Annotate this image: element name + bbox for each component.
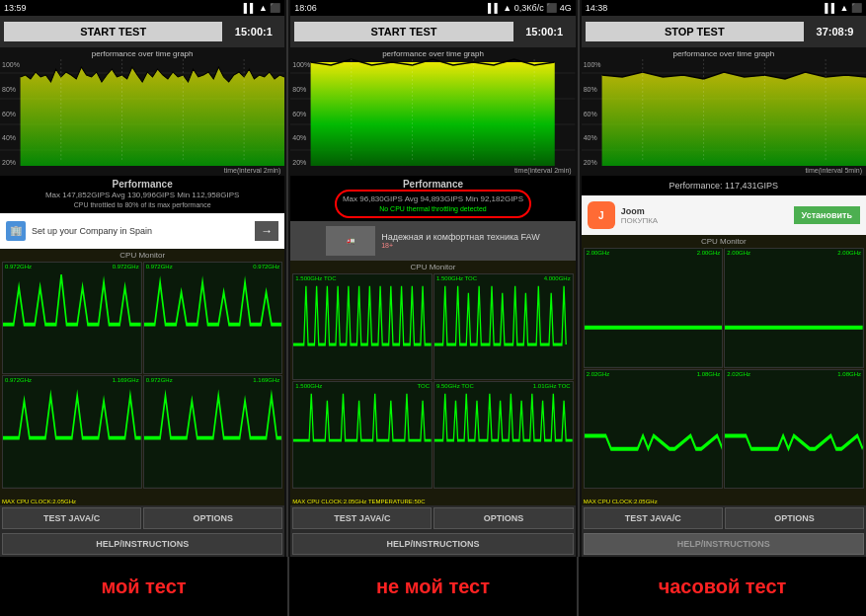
cpu-bottom-info-3: MAX CPU CLOCK:2.05GHz bbox=[584, 499, 658, 504]
test-java-btn-1[interactable]: TEST JAVA/C bbox=[2, 507, 141, 529]
cpu-cell-1-3: 0.972GHz 1.169GHz bbox=[2, 375, 142, 489]
cpu-monitor-title-3: CPU Monitor bbox=[582, 235, 866, 248]
cpu-cell-2-3: 1.500GHz TOC bbox=[292, 381, 433, 489]
ad-banner-2[interactable]: 🚛 Надежная и комфортная техника FAW 18+ bbox=[290, 221, 575, 261]
perf-title-2: Performance bbox=[294, 179, 571, 190]
caption-text-2: не мой тест bbox=[376, 576, 490, 598]
no-throttle-2: No CPU thermal throttling detected bbox=[343, 204, 523, 214]
setup-banner-1[interactable]: 🏢 Set up your Company in Spain → bbox=[0, 213, 284, 249]
caption-text-3: часовой тест bbox=[659, 576, 787, 598]
top-bar-3: STOP TEST 37:08:9 bbox=[582, 16, 866, 47]
perf-highlight-2: Max 96,830GIPS Avg 94,893GIPS Min 92,182… bbox=[335, 190, 531, 218]
graph-title-3: performance over time graph bbox=[672, 49, 774, 58]
perf-numbers-1: Max 147,852GIPS Avg 130,996GIPS Min 112,… bbox=[4, 190, 280, 200]
svg-rect-18 bbox=[311, 62, 555, 166]
top-bar-2: START TEST 15:00:1 bbox=[290, 16, 575, 47]
cpu-cell-1-4: 0.972GHz 1.169GHz bbox=[143, 375, 283, 489]
svg-rect-39 bbox=[725, 370, 863, 489]
setup-arrow-1[interactable]: → bbox=[255, 221, 278, 241]
captions-row: мой тест не мой тест часовой тест bbox=[0, 557, 866, 616]
graph-area-3: performance over time graph 100% 80% 60%… bbox=[582, 47, 866, 176]
performance-graph-3 bbox=[582, 47, 866, 176]
help-container-1: HELP/INSTRUCTIONS bbox=[0, 531, 284, 557]
ad-text-2: Надежная и комфортная техника FAW 18+ bbox=[381, 232, 540, 249]
cpu-cell-1-1: 0.972GHz 0.972GHz bbox=[2, 262, 142, 375]
help-container-3: HELP/INSTRUCTIONS bbox=[582, 531, 866, 557]
joom-banner-3[interactable]: J Joom ПОКУПКА Установить bbox=[582, 195, 866, 235]
test-java-btn-2[interactable]: TEST JAVA/C bbox=[292, 507, 432, 529]
options-btn-2[interactable]: OPTIONS bbox=[433, 507, 573, 529]
cpu-grid-2: 1.500GHz TOC 1.500GHz TOC 4.000GHz 1.5 bbox=[290, 273, 575, 489]
time-interval-2: time(interval 2min) bbox=[514, 167, 572, 174]
help-btn-2[interactable]: HELP/INSTRUCTIONS bbox=[292, 533, 573, 555]
perf-stats-1: Performance Max 147,852GIPS Avg 130,996G… bbox=[0, 176, 284, 213]
perf-title-1: Performance bbox=[4, 179, 280, 190]
perf-single-3: Performance: 117,431GIPS bbox=[586, 179, 862, 192]
status-icons-2: ▌▌ ▲ 0,3Кб/с ⬛ 4G bbox=[488, 3, 572, 13]
cpu-monitor-title-2: CPU Monitor bbox=[290, 261, 575, 273]
cpu-cell-2-4: 9.50GHz TOC 1.01GHz TOC bbox=[433, 381, 574, 489]
help-container-2: HELP/INSTRUCTIONS bbox=[290, 531, 575, 557]
joom-icon-3: J bbox=[588, 201, 615, 229]
joom-install-btn-3[interactable]: Установить bbox=[794, 206, 860, 224]
cpu-cell-2-1: 1.500GHz TOC bbox=[292, 273, 433, 381]
start-test-btn-1[interactable]: START TEST bbox=[4, 22, 222, 41]
cpu-cell-3-1: 2.00GHz 2.00GHz bbox=[584, 248, 724, 368]
y-axis-2: 100% 80% 60% 40% 20% bbox=[292, 61, 310, 166]
cpu-cell-3-3: 2.02GHz 1.08GHz bbox=[584, 369, 724, 490]
y-axis-1: 100% 80% 60% 40% 20% bbox=[2, 61, 20, 166]
perf-stats-3: Performance: 117,431GIPS bbox=[582, 176, 866, 195]
cpu-bottom-info-1: MAX CPU CLOCK:2.05GHz bbox=[2, 499, 76, 504]
options-btn-1[interactable]: OPTIONS bbox=[143, 507, 282, 529]
perf-stats-2: Performance Max 96,830GIPS Avg 94,893GIP… bbox=[290, 176, 575, 221]
phone-screen-1: 13:59 ▌▌ ▲ ⬛ START TEST 15:00:1 performa… bbox=[0, 0, 284, 557]
cpu-cell-3-4: 2.02GHz 1.08GHz bbox=[724, 369, 864, 490]
start-test-btn-2[interactable]: START TEST bbox=[294, 22, 512, 41]
cpu-cell-3-2: 2.00GHz 2.00GHz bbox=[724, 248, 864, 368]
graph-area-1: performance over time graph 100% 80% 60%… bbox=[0, 47, 284, 176]
setup-icon-1: 🏢 bbox=[6, 221, 26, 241]
status-bar-1: 13:59 ▌▌ ▲ ⬛ bbox=[0, 0, 284, 16]
caption-1: мой тест bbox=[0, 557, 287, 616]
phone-screen-2: 18:06 ▌▌ ▲ 0,3Кб/с ⬛ 4G START TEST 15:00… bbox=[290, 0, 575, 557]
timer-1: 15:00:1 bbox=[226, 26, 280, 38]
setup-text-1: Set up your Company in Spain bbox=[32, 226, 249, 236]
cpu-monitor-2: CPU Monitor 1.500GHz TOC 1.500GHz TOC 4.… bbox=[290, 261, 575, 505]
graph-title-2: performance over time graph bbox=[382, 49, 484, 58]
bottom-btns-2: TEST JAVA/C OPTIONS bbox=[290, 505, 575, 531]
cpu-bottom-info-2: MAX CPU CLOCK:2.05GHz TEMPERATURE:50C bbox=[292, 499, 425, 504]
cpu-monitor-1: CPU Monitor 0.972GHz 0.972GHz 0.972GHz 0… bbox=[0, 249, 284, 505]
status-icons-1: ▌▌ ▲ ⬛ bbox=[244, 3, 281, 13]
performance-graph-2 bbox=[290, 47, 575, 176]
options-btn-3[interactable]: OPTIONS bbox=[725, 507, 864, 529]
svg-rect-37 bbox=[725, 249, 863, 367]
status-icons-3: ▌▌ ▲ ⬛ bbox=[825, 3, 862, 13]
cpu-monitor-3: CPU Monitor 2.00GHz 2.00GHz 2.00GHz 2.00… bbox=[582, 235, 866, 505]
time-interval-3: time(interval 5min) bbox=[805, 167, 862, 174]
graph-title-1: performance over time graph bbox=[92, 49, 194, 58]
cpu-cell-2-2: 1.500GHz TOC 4.000GHz bbox=[433, 273, 574, 381]
perf-numbers-2: Max 96,830GIPS Avg 94,893GIPS Min 92,182… bbox=[343, 193, 523, 204]
caption-text-1: мой тест bbox=[101, 576, 186, 598]
stop-test-btn-3[interactable]: STOP TEST bbox=[586, 22, 804, 41]
caption-2: не мой тест bbox=[289, 557, 577, 616]
joom-text-3: Joom ПОКУПКА bbox=[621, 206, 788, 225]
test-java-btn-3[interactable]: TEST JAVA/C bbox=[584, 507, 723, 529]
cpu-cell-1-2: 0.972GHz 0.972GHz bbox=[143, 262, 283, 375]
caption-3: часовой тест bbox=[579, 557, 866, 616]
svg-rect-25 bbox=[293, 382, 432, 488]
graph-area-2: performance over time graph 100% 80% 60%… bbox=[290, 47, 575, 176]
ad-truck-2: 🚛 bbox=[326, 226, 375, 256]
help-btn-1[interactable]: HELP/INSTRUCTIONS bbox=[2, 533, 282, 555]
help-btn-3[interactable]: HELP/INSTRUCTIONS bbox=[584, 533, 864, 555]
cpu-monitor-title-1: CPU Monitor bbox=[0, 249, 284, 262]
bottom-btns-1: TEST JAVA/C OPTIONS bbox=[0, 505, 284, 531]
status-time-1: 13:59 bbox=[4, 3, 27, 13]
svg-rect-38 bbox=[585, 370, 723, 489]
top-bar-1: START TEST 15:00:1 bbox=[0, 16, 284, 47]
phone-screen-3: 14:38 ▌▌ ▲ ⬛ STOP TEST 37:08:9 performan… bbox=[582, 0, 866, 557]
status-time-3: 14:38 bbox=[586, 3, 608, 13]
status-bar-2: 18:06 ▌▌ ▲ 0,3Кб/с ⬛ 4G bbox=[290, 0, 575, 16]
cpu-grid-3: 2.00GHz 2.00GHz 2.00GHz 2.00GHz bbox=[582, 248, 866, 489]
timer-3: 37:08:9 bbox=[808, 26, 862, 38]
